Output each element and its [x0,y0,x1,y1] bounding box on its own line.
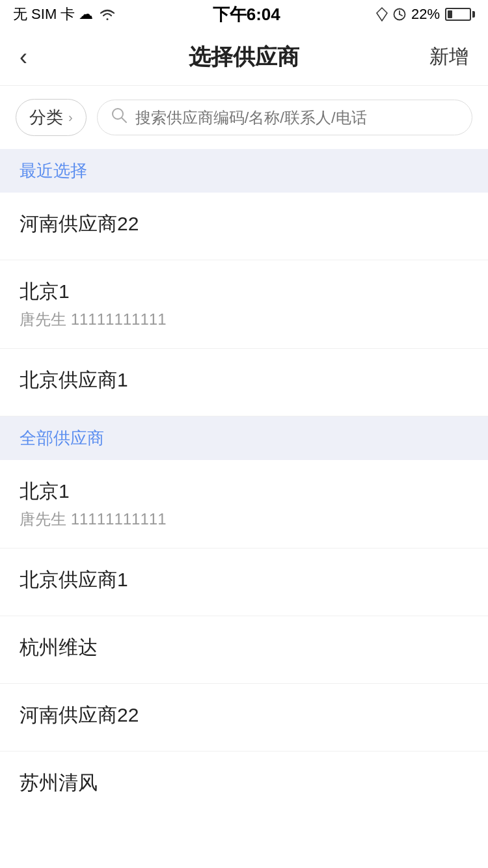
supplier-name: 北京供应商1 [20,567,468,593]
list-item[interactable]: 北京1唐先生 11111111111 [0,260,488,349]
section-header-all: 全部供应商 [0,416,488,460]
status-left: 无 SIM 卡 ☁ [13,5,116,24]
search-box [97,100,472,135]
supplier-name: 北京1 [20,478,468,505]
no-sim-label: 无 SIM 卡 ☁ [13,5,93,24]
section-header-recent: 最近选择 [0,149,488,193]
supplier-name: 河南供应商22 [20,211,468,237]
add-button[interactable]: 新增 [429,44,468,70]
location-icon [376,7,388,21]
list-item[interactable]: 苏州清风 [0,752,488,819]
supplier-detail: 唐先生 11111111111 [20,309,468,330]
clock-icon [393,8,406,21]
supplier-detail: 唐先生 11111111111 [20,509,468,530]
list-item[interactable]: 北京供应商1 [0,549,488,616]
list-item[interactable]: 北京1唐先生 11111111111 [0,460,488,549]
battery-icon [445,8,475,21]
list-item[interactable]: 北京供应商1 [0,349,488,416]
status-right: 22% [376,6,475,23]
category-button[interactable]: 分类 › [16,99,87,136]
svg-line-2 [400,14,402,16]
status-bar: 无 SIM 卡 ☁ 下午6:04 22% [0,0,488,29]
filter-bar: 分类 › [0,86,488,149]
supplier-list: 最近选择河南供应商22北京1唐先生 11111111111北京供应商1全部供应商… [0,149,488,819]
back-button[interactable]: ‹ [20,44,59,71]
supplier-name: 北京1 [20,278,468,305]
search-icon [111,107,128,128]
battery-percent: 22% [411,6,440,23]
supplier-name: 北京供应商1 [20,367,468,394]
list-item[interactable]: 河南供应商22 [0,193,488,260]
supplier-name: 苏州清风 [20,770,468,796]
supplier-name: 杭州维达 [20,634,468,661]
chevron-right-icon: › [68,110,73,125]
wifi-icon [98,8,116,21]
category-label: 分类 [29,106,63,129]
page-title: 选择供应商 [189,42,299,72]
nav-bar: ‹ 选择供应商 新增 [0,29,488,86]
list-item[interactable]: 河南供应商22 [0,684,488,752]
svg-line-4 [122,118,126,122]
supplier-name: 河南供应商22 [20,702,468,729]
search-input[interactable] [135,109,459,127]
list-item[interactable]: 杭州维达 [0,616,488,684]
status-time: 下午6:04 [213,3,280,26]
